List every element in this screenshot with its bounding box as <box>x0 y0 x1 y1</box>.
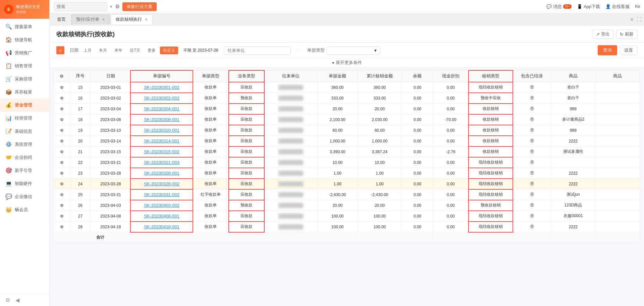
cell-gear[interactable]: ⚙ <box>54 189 70 200</box>
topbar-search-input[interactable] <box>54 2 107 11</box>
sidebar-footer: ⚙ ◀ <box>0 294 49 306</box>
date-btn-7days[interactable]: 近7天 <box>127 47 143 54</box>
doc-no-link[interactable]: SK-20230328-002 <box>144 181 179 186</box>
sidebar-item-wechat[interactable]: 💬 企业微信 <box>0 190 49 203</box>
cell-gear[interactable]: ⚙ <box>54 168 70 179</box>
cell-gear[interactable]: ⚙ <box>54 211 70 222</box>
cell-gear[interactable]: ⚙ <box>54 157 70 168</box>
cell-gear[interactable]: ⚙ <box>54 200 70 211</box>
cell-balance: 0.00 <box>402 168 433 179</box>
unit-search-input[interactable] <box>224 46 291 55</box>
date-btn-custom[interactable]: 自定义 <box>160 47 178 54</box>
doc-no-link[interactable]: SK-20230301-002 <box>144 85 179 90</box>
cell-gear[interactable]: ⚙ <box>54 82 70 93</box>
tab-home[interactable]: 首页 <box>52 14 70 24</box>
cell-biztype: 应收款 <box>229 157 264 168</box>
cell-gear[interactable]: ⚙ <box>54 125 70 136</box>
table-row: ⚙ 16 2023-03-02 SK-20230302-002 收款单 预收款 … <box>54 93 640 104</box>
cell-product2 <box>595 222 640 232</box>
col-biztype: 业务类型 <box>229 70 264 82</box>
date-btn-more[interactable]: 更多 <box>145 47 159 54</box>
cell-gear[interactable]: ⚙ <box>54 136 70 146</box>
doc-no-link[interactable]: SK-20230302-002 <box>144 96 179 101</box>
type-select[interactable]: ▾ <box>327 46 380 55</box>
app-download-btn[interactable]: 📱 App下载 <box>577 4 600 10</box>
doc-no-link[interactable]: SK-20230308-001 <box>144 117 179 122</box>
table-row: ⚙ 25 2023-03-31 SK-20230331-002 红字收款单 应收… <box>54 189 640 200</box>
sidebar-item-basic[interactable]: 📝 基础信息 <box>0 125 49 138</box>
tab-receipt-verify[interactable]: 收款核销执行 ✕ <box>111 14 153 24</box>
cell-rownum: 23 <box>70 168 91 179</box>
industry-btn[interactable]: 体验行业方案 <box>122 2 157 11</box>
doc-no-link[interactable]: SK-20230408-001 <box>144 213 179 219</box>
wechat-icon: 💬 <box>5 193 12 200</box>
cell-verifytype: 现结收款核销 <box>469 168 513 179</box>
close-window-icon[interactable]: ✕ <box>630 17 634 22</box>
doc-no-link[interactable]: SK-20230314-001 <box>144 138 179 143</box>
sidebar-item-finance[interactable]: 💰 资金管理 <box>0 99 49 112</box>
tab-payable-close-icon[interactable]: ✕ <box>102 17 105 22</box>
sidebar-item-marketing[interactable]: 📢 营销推广 <box>0 46 49 59</box>
sidebar-item-system[interactable]: ⚙️ 系统管理 <box>0 138 49 151</box>
table-row: ⚙ 20 2023-03-14 SK-20230314-001 收款单 应收款 … <box>54 136 640 146</box>
online-service-btn[interactable]: 👤 在线客服 <box>605 4 630 10</box>
cell-gear[interactable]: ⚙ <box>54 114 70 125</box>
sidebar-item-purchase[interactable]: 🛒 采购管理 <box>0 72 49 85</box>
expand-window-icon[interactable]: ⛶ <box>637 17 641 22</box>
cell-gear[interactable]: ⚙ <box>54 146 70 157</box>
doc-no-link[interactable]: SK-20230321-003 <box>144 160 179 165</box>
doc-no-link[interactable]: SK-20230304-001 <box>144 106 179 111</box>
totals-row: 合计 <box>54 232 640 243</box>
cell-rownum: 19 <box>70 125 91 136</box>
filter-settings-btn[interactable]: 设置 <box>620 46 637 55</box>
sidebar-item-sales[interactable]: 📋 销售管理 <box>0 59 49 72</box>
cell-docno: SK-20230308-001 <box>130 114 193 125</box>
tab-receipt-close-icon[interactable]: ✕ <box>145 17 148 22</box>
table-row: ⚙ 26 2023-04-03 SK-20230403-002 收款单 预收款 … <box>54 200 640 211</box>
sidebar-item-guide[interactable]: 🎯 新手引导 <box>0 164 49 177</box>
sidebar-item-enterprise[interactable]: 🤝 企业协同 <box>0 151 49 164</box>
query-btn[interactable]: 查询 <box>598 45 617 55</box>
refresh-btn[interactable]: ↻ 刷新 <box>616 29 637 39</box>
sidebar-item-search[interactable]: 🔍 搜索菜单 <box>0 20 49 33</box>
date-btn-last-month[interactable]: 上月 <box>80 47 95 54</box>
cell-gear[interactable]: ⚙ <box>54 93 70 104</box>
cell-gear[interactable]: ⚙ <box>54 222 70 232</box>
totals-product2 <box>595 232 640 243</box>
filter-toggle-btn[interactable]: » <box>56 46 64 54</box>
doc-no-link[interactable]: SK-20230418-001 <box>144 224 179 229</box>
doc-no-link[interactable]: SK-20230315-002 <box>144 149 179 154</box>
footer-collapse-icon[interactable]: ◀ <box>15 297 19 303</box>
cell-verified: 1.00 <box>358 179 402 189</box>
doc-no-link[interactable]: SK-20230328-001 <box>144 171 179 176</box>
doc-no-link[interactable]: SK-20230310-001 <box>144 128 179 133</box>
sidebar-item-quicknav[interactable]: 🏠 快捷导航 <box>0 33 49 46</box>
expand-more-btn[interactable]: ▾ 展开更多条件 <box>332 60 362 66</box>
cell-gear[interactable]: ⚙ <box>54 179 70 189</box>
doc-no-link[interactable]: SK-20230403-002 <box>144 203 179 208</box>
date-btn-this-month[interactable]: 本月 <box>96 47 110 54</box>
col-product2: 商品 <box>595 70 640 82</box>
topbar-gear-icon[interactable]: ⚙ <box>115 3 120 10</box>
messages-btn[interactable]: 💬 消息 99+ <box>546 4 572 10</box>
date-filter-group: 日期 上月 本月 本年 近7天 更多 自定义 <box>70 47 178 54</box>
tab-payable[interactable]: 预付/应付单 ✕ <box>71 14 110 24</box>
sidebar-item-hardware[interactable]: 💻 智能硬件 <box>0 177 49 190</box>
col-gear[interactable]: ⚙ <box>54 70 70 82</box>
date-btn-this-year[interactable]: 本年 <box>111 47 125 54</box>
sidebar-item-member[interactable]: 👑 畅会员 <box>0 203 49 216</box>
cell-gear[interactable]: ⚙ <box>54 104 70 114</box>
page-title-row: 收款核销执行(按收款) ↗ 导出 ↻ 刷新 <box>56 29 637 42</box>
cell-doctype: 收款单 <box>193 136 229 146</box>
cell-verified: 1.00 <box>358 168 402 179</box>
cell-docno: SK-20230304-001 <box>130 104 193 114</box>
cell-doctype: 收款单 <box>193 168 229 179</box>
footer-settings-icon[interactable]: ⚙ <box>5 297 10 303</box>
online-service-label: 在线客服 <box>612 4 630 10</box>
sidebar-item-inventory[interactable]: 📦 库存核算 <box>0 85 49 99</box>
cell-settled: 否 <box>513 157 551 168</box>
export-btn[interactable]: ↗ 导出 <box>592 29 613 39</box>
sidebar-item-operations[interactable]: 📊 经营管理 <box>0 112 49 125</box>
doc-no-link[interactable]: SK-20230331-002 <box>144 192 179 197</box>
cell-rownum: 15 <box>70 82 91 93</box>
